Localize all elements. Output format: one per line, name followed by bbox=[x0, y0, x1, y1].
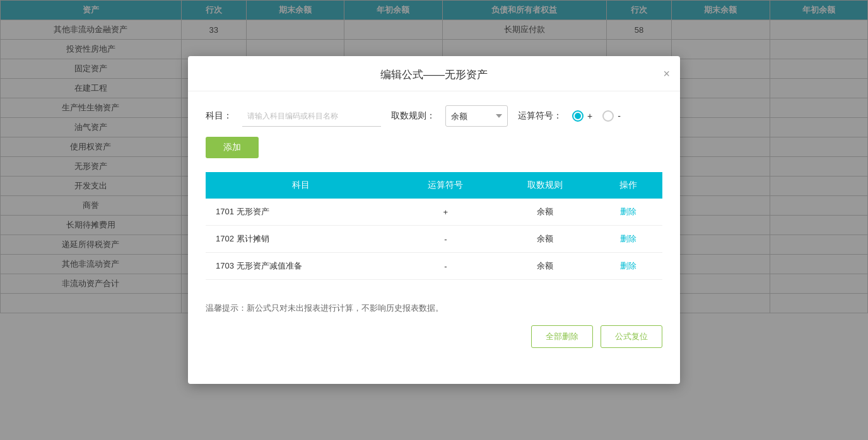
formula-rule: 余额 bbox=[495, 226, 594, 253]
modal-footer: 温馨提示：新公式只对未出报表进行计算，不影响历史报表数据。 全部删除 公式复位 bbox=[188, 294, 680, 362]
footer-buttons: 全部删除 公式复位 bbox=[206, 325, 662, 348]
warning-text: 温馨提示：新公式只对未出报表进行计算，不影响历史报表数据。 bbox=[206, 303, 662, 314]
formula-action: 删除 bbox=[595, 253, 662, 280]
modal-dialog: 编辑公式——无形资产 × 科目： 取数规则： 余额 借方 贷方 借方发生额 贷方… bbox=[188, 56, 680, 384]
radio-plus-circle bbox=[572, 110, 584, 122]
formula-table-row: 1701 无形资产+余额删除 bbox=[206, 199, 662, 226]
formula-table-row: 1702 累计摊销-余额删除 bbox=[206, 226, 662, 253]
operator-radio-group: + - bbox=[572, 110, 621, 122]
formula-action: 删除 bbox=[595, 199, 662, 226]
radio-plus[interactable]: + bbox=[572, 110, 592, 122]
th-operator: 运算符号 bbox=[396, 172, 495, 199]
formula-subject: 1702 累计摊销 bbox=[206, 226, 396, 253]
formula-subject: 1701 无形资产 bbox=[206, 199, 396, 226]
operator-label: 运算符号： bbox=[518, 110, 562, 122]
delete-all-button[interactable]: 全部删除 bbox=[531, 325, 593, 348]
formula-operator: - bbox=[396, 253, 495, 280]
th-rule: 取数规则 bbox=[495, 172, 594, 199]
delete-row-button[interactable]: 删除 bbox=[620, 233, 636, 245]
subject-label: 科目： bbox=[206, 110, 232, 122]
modal-title: 编辑公式——无形资产 bbox=[380, 69, 488, 81]
formula-rule: 余额 bbox=[495, 253, 594, 280]
delete-row-button[interactable]: 删除 bbox=[620, 206, 636, 217]
formula-table: 科目 运算符号 取数规则 操作 1701 无形资产+余额删除1702 累计摊销-… bbox=[206, 172, 662, 280]
formula-rule: 余额 bbox=[495, 199, 594, 226]
rule-label: 取数规则： bbox=[391, 110, 435, 122]
radio-minus-circle bbox=[602, 110, 614, 122]
radio-minus-label: - bbox=[618, 111, 621, 121]
formula-action: 删除 bbox=[595, 226, 662, 253]
reset-button[interactable]: 公式复位 bbox=[601, 325, 662, 348]
formula-subject: 1703 无形资产减值准备 bbox=[206, 253, 396, 280]
radio-minus[interactable]: - bbox=[602, 110, 621, 122]
rule-select[interactable]: 余额 借方 贷方 借方发生额 贷方发生额 bbox=[445, 105, 508, 127]
delete-row-button[interactable]: 删除 bbox=[620, 260, 636, 272]
radio-plus-label: + bbox=[587, 111, 592, 121]
th-action: 操作 bbox=[595, 172, 662, 199]
subject-input[interactable] bbox=[242, 105, 381, 127]
modal-body: 科目： 取数规则： 余额 借方 贷方 借方发生额 贷方发生额 运算符号： bbox=[188, 91, 680, 294]
modal-overlay: 编辑公式——无形资产 × 科目： 取数规则： 余额 借方 贷方 借方发生额 贷方… bbox=[0, 0, 868, 440]
th-subject: 科目 bbox=[206, 172, 396, 199]
rule-select-wrap: 余额 借方 贷方 借方发生额 贷方发生额 bbox=[445, 105, 508, 127]
modal-header: 编辑公式——无形资产 × bbox=[188, 56, 680, 91]
add-button[interactable]: 添加 bbox=[206, 137, 259, 158]
form-row: 科目： 取数规则： 余额 借方 贷方 借方发生额 贷方发生额 运算符号： bbox=[206, 105, 662, 158]
formula-table-row: 1703 无形资产减值准备-余额删除 bbox=[206, 253, 662, 280]
modal-close-button[interactable]: × bbox=[663, 68, 670, 79]
formula-operator: - bbox=[396, 226, 495, 253]
formula-operator: + bbox=[396, 199, 495, 226]
